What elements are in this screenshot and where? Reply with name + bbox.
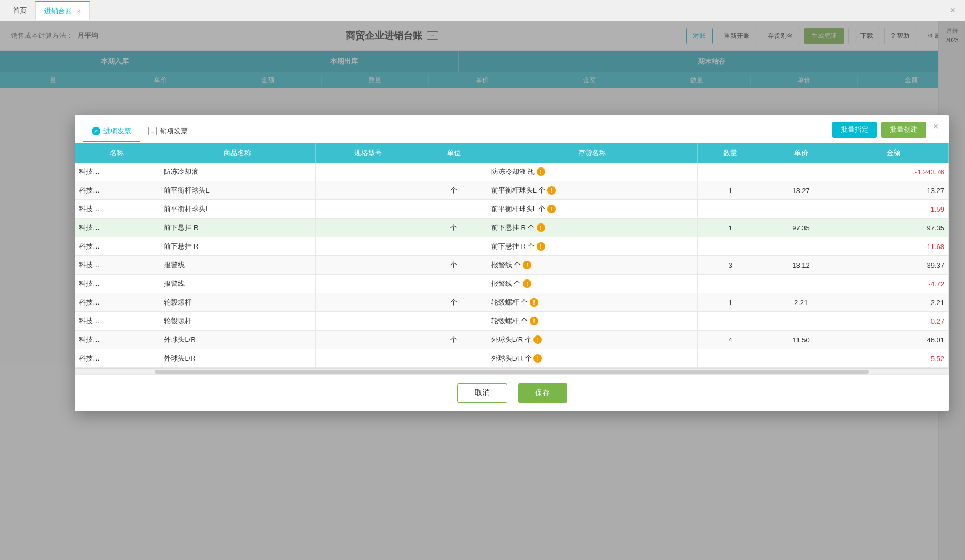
batch-create-button[interactable]: 批量创建	[881, 122, 926, 138]
col-stock: 存货名称	[487, 143, 697, 163]
warning-icon: !	[537, 167, 545, 176]
cell-spec	[316, 293, 421, 312]
cell-qty: 4	[697, 331, 763, 349]
cell-spec	[316, 181, 421, 200]
col-qty: 数量	[697, 143, 763, 163]
cell-spec	[316, 219, 421, 237]
tab-home[interactable]: 首页	[4, 2, 35, 20]
cell-unit	[421, 237, 487, 256]
tab-ledger[interactable]: 进销台账 ×	[35, 1, 90, 20]
col-product: 商品名称	[159, 143, 316, 163]
cell-stock: 轮毂螺杆 个 !	[487, 293, 697, 312]
table-row[interactable]: 科技… 外球头L/R 个 外球头L/R 个 ! 4 11.50 46.01	[75, 331, 949, 349]
cancel-button[interactable]: 取消	[457, 383, 507, 403]
table-row[interactable]: 科技… 前下悬挂 R 个 前下悬挂 R 个 ! 1 97.35 97.35	[75, 219, 949, 237]
cell-qty	[697, 349, 763, 368]
app-close-icon[interactable]: ×	[944, 3, 961, 18]
warning-icon: !	[523, 279, 531, 288]
cell-price: 13.27	[763, 181, 839, 200]
cell-name: 科技…	[75, 163, 159, 181]
cell-stock: 前平衡杆球头L 个 !	[487, 181, 697, 200]
save-button[interactable]: 保存	[518, 383, 567, 403]
cell-name: 科技…	[75, 275, 159, 293]
cell-product: 前平衡杆球头L	[159, 200, 316, 219]
table-header-row: 名称 商品名称 规格型号 单位 存货名称 数量 单价 金额	[75, 143, 949, 163]
cell-stock: 外球头L/R 个 !	[487, 349, 697, 368]
cell-price	[763, 312, 839, 331]
cell-stock: 报警线 个 !	[487, 256, 697, 275]
cell-amount: -1,243.76	[839, 163, 948, 181]
output-invoice-icon: □	[148, 127, 157, 135]
cell-unit	[421, 163, 487, 181]
col-price: 单价	[763, 143, 839, 163]
main-content: 销售成本计算方法： 月平均 商贸企业进销台账 ≡ 对账 重新开账 存货别名 生成…	[0, 21, 965, 560]
cell-amount: -1.59	[839, 200, 948, 219]
scrollbar-thumb	[155, 370, 869, 374]
cell-product: 前下悬挂 R	[159, 219, 316, 237]
table-row[interactable]: 科技… 前平衡杆球头L 个 前平衡杆球头L 个 ! 1 13.27 13.27	[75, 181, 949, 200]
warning-icon: !	[547, 186, 556, 195]
cell-amount: 46.01	[839, 331, 948, 349]
cell-qty	[697, 237, 763, 256]
cell-price: 11.50	[763, 331, 839, 349]
cell-product: 轮毂螺杆	[159, 312, 316, 331]
col-name: 名称	[75, 143, 159, 163]
cell-qty: 3	[697, 256, 763, 275]
cell-amount: -11.68	[839, 237, 948, 256]
cell-amount: -4.72	[839, 275, 948, 293]
cell-spec	[316, 349, 421, 368]
warning-icon: !	[530, 317, 538, 325]
warning-icon: !	[547, 205, 556, 213]
cell-price: 2.21	[763, 293, 839, 312]
cell-product: 防冻冷却液	[159, 163, 316, 181]
modal-scrollbar[interactable]	[75, 368, 949, 374]
cell-amount: 2.21	[839, 293, 948, 312]
cell-name: 科技…	[75, 331, 159, 349]
cell-product: 外球头L/R	[159, 349, 316, 368]
col-amount: 金额	[839, 143, 948, 163]
table-row[interactable]: 科技… 报警线 报警线 个 ! -4.72	[75, 275, 949, 293]
cell-name: 科技…	[75, 256, 159, 275]
cell-stock: 外球头L/R 个 !	[487, 331, 697, 349]
tab-output-invoice[interactable]: □ 销项发票	[140, 122, 196, 142]
cell-spec	[316, 237, 421, 256]
cell-unit	[421, 275, 487, 293]
table-row[interactable]: 科技… 报警线 个 报警线 个 ! 3 13.12 39.37	[75, 256, 949, 275]
cell-stock: 轮毂螺杆 个 !	[487, 312, 697, 331]
warning-icon: !	[537, 223, 545, 232]
cell-amount: 97.35	[839, 219, 948, 237]
table-row[interactable]: 科技… 前下悬挂 R 前下悬挂 R 个 ! -11.68	[75, 237, 949, 256]
warning-icon: !	[533, 354, 542, 363]
table-row[interactable]: 科技… 前平衡杆球头L 前平衡杆球头L 个 ! -1.59	[75, 200, 949, 219]
cell-stock: 前下悬挂 R 个 !	[487, 219, 697, 237]
cell-name: 科技…	[75, 312, 159, 331]
cell-stock: 前平衡杆球头L 个 !	[487, 200, 697, 219]
batch-assign-button[interactable]: 批量指定	[832, 122, 877, 138]
cell-price	[763, 237, 839, 256]
cell-name: 科技…	[75, 349, 159, 368]
cell-product: 前平衡杆球头L	[159, 181, 316, 200]
table-row[interactable]: 科技… 轮毂螺杆 个 轮毂螺杆 个 ! 1 2.21 2.21	[75, 293, 949, 312]
cell-spec	[316, 256, 421, 275]
invoice-table: 名称 商品名称 规格型号 单位 存货名称 数量 单价 金额 科技… 防冻冷却液	[75, 143, 949, 368]
modal-close-icon[interactable]: ×	[930, 121, 940, 138]
tab-close-icon[interactable]: ×	[77, 8, 81, 14]
cell-unit: 个	[421, 293, 487, 312]
tab-input-invoice[interactable]: ↗ 进项发票	[83, 122, 140, 142]
warning-icon: !	[530, 298, 538, 307]
cell-unit: 个	[421, 181, 487, 200]
cell-price	[763, 275, 839, 293]
cell-qty	[697, 200, 763, 219]
cell-name: 科技…	[75, 237, 159, 256]
cell-stock: 前下悬挂 R 个 !	[487, 237, 697, 256]
table-row[interactable]: 科技… 外球头L/R 外球头L/R 个 ! -5.52	[75, 349, 949, 368]
cell-qty: 1	[697, 293, 763, 312]
cell-product: 报警线	[159, 256, 316, 275]
cell-product: 轮毂螺杆	[159, 293, 316, 312]
modal-body[interactable]: 名称 商品名称 规格型号 单位 存货名称 数量 单价 金额 科技… 防冻冷却液	[75, 143, 949, 368]
cell-unit	[421, 312, 487, 331]
table-row[interactable]: 科技… 防冻冷却液 防冻冷却液 瓶 ! -1,243.76	[75, 163, 949, 181]
table-row[interactable]: 科技… 轮毂螺杆 轮毂螺杆 个 ! -0.27	[75, 312, 949, 331]
cell-unit: 个	[421, 256, 487, 275]
cell-unit: 个	[421, 331, 487, 349]
